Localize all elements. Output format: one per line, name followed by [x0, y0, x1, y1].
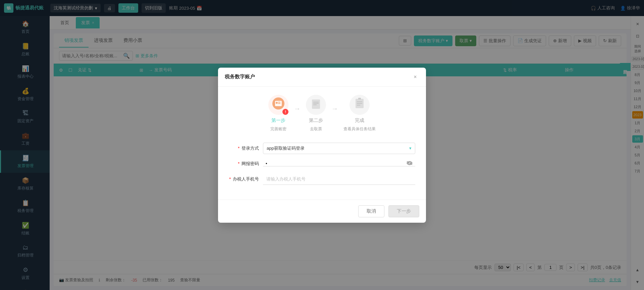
step-arrow-2: → — [331, 105, 338, 113]
step-1-icon-container: ! — [268, 95, 288, 115]
modal-body: ! 第一步 完善账密 → — [218, 87, 426, 200]
step-3-label: 完成 — [355, 118, 364, 124]
eye-icon[interactable] — [407, 161, 413, 166]
svg-rect-5 — [312, 99, 320, 109]
login-method-value: app获取验证码登录 — [267, 145, 305, 151]
step-2: 第二步 去取票 — [306, 95, 326, 132]
required-star-1: * — [238, 146, 239, 151]
step-3-desc: 查看具体任务结果 — [343, 126, 376, 132]
net-password-input[interactable] — [266, 161, 407, 166]
net-password-label: * 网报密码 — [229, 161, 259, 167]
step-2-desc: 去取票 — [310, 126, 322, 132]
form-row-net-password: * 网报密码 — [229, 161, 415, 167]
steps-container: ! 第一步 完善账密 → — [229, 95, 415, 132]
step-2-label: 第二步 — [309, 118, 323, 124]
modal-footer: 取消 下一步 — [218, 200, 426, 223]
modal-close-btn[interactable]: × — [411, 73, 419, 81]
step-2-icon — [310, 97, 322, 112]
taxpayer-phone-label: * 办税人手机号 — [229, 176, 259, 182]
svg-rect-13 — [358, 98, 361, 99]
login-method-label: * 登录方式 — [229, 145, 259, 151]
modal-title: 税务数字账户 — [225, 74, 255, 80]
tax-digital-modal: 税务数字账户 × — [218, 68, 426, 223]
next-button[interactable]: 下一步 — [388, 205, 419, 217]
step-3-icon-container — [350, 95, 370, 115]
form-row-taxpayer-phone: * 办税人手机号 — [229, 173, 415, 185]
step-1-label: 第一步 — [271, 118, 285, 124]
modal-header: 税务数字账户 × — [218, 68, 426, 87]
select-dropdown-icon: ▾ — [409, 146, 412, 151]
taxpayer-phone-input[interactable] — [263, 173, 415, 185]
required-star-2: * — [238, 161, 239, 166]
step-3: 完成 查看具体任务结果 — [343, 95, 376, 132]
step-1-icon — [272, 97, 284, 112]
step-1-badge: ! — [282, 109, 288, 115]
step-1: ! 第一步 完善账密 — [268, 95, 288, 132]
step-1-desc: 完善账密 — [270, 126, 286, 132]
modal-overlay: 税务数字账户 × — [0, 0, 644, 290]
svg-point-2 — [276, 102, 278, 104]
net-password-wrapper — [263, 161, 415, 166]
step-2-icon-container — [306, 95, 326, 115]
form-row-login-method: * 登录方式 app获取验证码登录 ▾ — [229, 143, 415, 154]
cancel-button[interactable]: 取消 — [358, 205, 384, 217]
step-arrow-1: → — [294, 105, 301, 113]
required-star-3: * — [229, 176, 231, 182]
login-method-select[interactable]: app获取验证码登录 ▾ — [263, 143, 415, 154]
step-3-icon — [354, 97, 366, 112]
